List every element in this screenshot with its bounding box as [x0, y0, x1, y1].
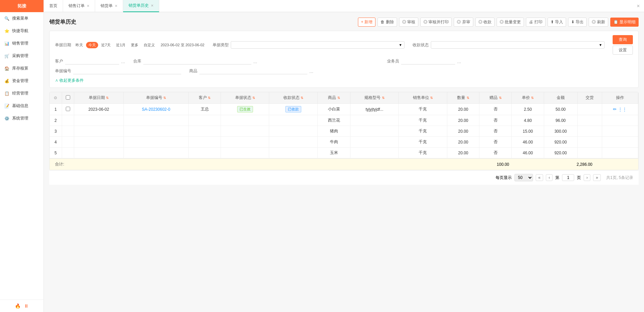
col-date[interactable]: 单据日期 ⇅	[74, 92, 123, 104]
pause-icon[interactable]: ⏸	[24, 303, 29, 309]
tab-home[interactable]: 首页	[44, 0, 63, 12]
col-amount-label: 金额	[557, 95, 565, 100]
row-1-checkbox[interactable]	[66, 107, 70, 111]
col-spec[interactable]: 规格型号 ⇅	[350, 92, 398, 104]
sidebar-item-quick-nav[interactable]: ⭐ 快捷导航	[0, 25, 44, 37]
row-1-order-link[interactable]: SA-20230602-0	[142, 107, 170, 112]
sidebar-item-operations[interactable]: 📋 经营管理	[0, 87, 44, 100]
filter-row-1: 单据日期 昨天 今天 近7天 近1月 更多 自定义 2023-06-02 至 2…	[55, 35, 633, 55]
staff-dots[interactable]: ...	[457, 59, 461, 64]
table-scroll[interactable]: ⚙ 单据日期 ⇅ 单据编号 ⇅	[50, 92, 638, 158]
col-payment-status[interactable]: 收款状态 ⇅	[269, 92, 317, 104]
sidebar-item-sys-mgmt[interactable]: ⚙️ 系统管理	[0, 112, 44, 125]
sidebar-item-label: 采购管理	[12, 53, 28, 59]
query-button[interactable]: 查询	[613, 35, 633, 44]
tab-sales-order[interactable]: 销售订单 ✕	[63, 0, 95, 12]
staff-input[interactable]	[401, 58, 455, 64]
order-no-input[interactable]	[73, 68, 181, 74]
col-gift[interactable]: 赠品 ⇅	[479, 92, 512, 104]
batch-change-button[interactable]: ◎ 批量变更	[497, 18, 524, 27]
col-trade-label: 交货	[586, 95, 594, 100]
audit-print-button[interactable]: ◎ 审核并打印	[420, 18, 452, 27]
tab-sales-history[interactable]: 销货单历史 ✕	[123, 0, 159, 12]
warehouse-dots[interactable]: ...	[253, 59, 257, 64]
sidebar-item-search-menu[interactable]: 🔍 搜索菜单	[0, 12, 44, 25]
delete-button[interactable]: 🗑 删除	[377, 18, 397, 27]
filter-staff: 业务员 ...	[387, 58, 633, 64]
type-select[interactable]: ▾	[231, 41, 404, 49]
row-checkbox-2[interactable]	[62, 115, 74, 126]
payment-label: 收款状态	[413, 42, 429, 48]
next-page-btn[interactable]: ›	[584, 174, 590, 181]
select-all-checkbox[interactable]	[66, 95, 70, 100]
last-page-btn[interactable]: »	[593, 174, 601, 181]
page-number-input[interactable]	[562, 174, 574, 181]
sidebar-item-sales[interactable]: 📊 销售管理	[0, 37, 44, 50]
row-amount-1: 50.00	[544, 104, 578, 115]
sales-icon: 📊	[4, 41, 9, 46]
date-yesterday[interactable]: 昨天	[73, 42, 85, 48]
tab-sales-order-close[interactable]: ✕	[87, 4, 89, 8]
new-button[interactable]: + 新增	[358, 18, 375, 27]
goods-input[interactable]	[199, 68, 307, 74]
payment-select[interactable]: ▾	[431, 41, 605, 49]
refresh-button[interactable]: ◎ 刷新	[589, 18, 608, 27]
row-checkbox-5[interactable]	[62, 148, 74, 158]
col-settings[interactable]: ⚙	[50, 92, 62, 104]
date-custom[interactable]: 自定义	[141, 42, 157, 48]
prev-page-btn[interactable]: ‹	[546, 174, 553, 181]
col-qty[interactable]: 数量 ⇅	[447, 92, 479, 104]
first-page-btn[interactable]: «	[536, 174, 543, 181]
sidebar-item-base-info[interactable]: 📝 基础信息	[0, 100, 44, 112]
warehouse-input[interactable]	[143, 58, 251, 64]
row-customer-4	[189, 137, 221, 148]
col-customer[interactable]: 客户 ⇅	[189, 92, 221, 104]
col-goods[interactable]: 商品 ⇅	[317, 92, 350, 104]
row-qty-3: 20.00	[447, 126, 479, 137]
goods-dots[interactable]: ...	[309, 69, 313, 74]
date-today[interactable]: 今天	[86, 42, 98, 48]
more-btn-1[interactable]: ⋮⋮	[618, 107, 627, 112]
customer-input[interactable]	[65, 58, 119, 64]
col-unit[interactable]: 销售单位 ⇅	[399, 92, 447, 104]
total-info: 共1页, 5条记录	[606, 175, 633, 181]
set-button[interactable]: 设置	[613, 46, 633, 55]
audit-button[interactable]: ◎ 审核	[399, 18, 418, 27]
date-1month[interactable]: 近1月	[114, 42, 128, 48]
col-price[interactable]: 单价 ⇅	[512, 92, 544, 104]
collect-button[interactable]: ◎ 收款	[475, 18, 495, 27]
table-settings-icon[interactable]: ⚙	[54, 96, 57, 100]
sort-order-status-icon: ⇅	[252, 96, 255, 100]
row-unit-5: 千克	[399, 148, 447, 158]
row-goods-3: 猪肉	[317, 126, 350, 137]
row-goods-5: 玉米	[317, 148, 350, 158]
col-order-no[interactable]: 单据编号 ⇅	[123, 92, 188, 104]
tab-sales-delivery-close[interactable]: ✕	[115, 4, 117, 8]
show-detail-button[interactable]: 📋 显示明细	[610, 18, 639, 27]
export-button[interactable]: ⬇ 导出	[568, 18, 587, 27]
import-button[interactable]: ⬆ 导入	[548, 18, 566, 27]
row-checkbox-1[interactable]	[62, 104, 74, 115]
sidebar-item-finance[interactable]: 💰 资金管理	[0, 75, 44, 87]
date-more[interactable]: 更多	[129, 42, 141, 48]
sidebar-item-purchase[interactable]: 🛒 采购管理	[0, 50, 44, 62]
more-conditions-btn[interactable]: ∧ 收起更多条件	[55, 78, 633, 83]
col-gift-label: 赠品	[489, 95, 498, 100]
sidebar-item-inventory[interactable]: 🏠 库存核算	[0, 62, 44, 75]
customer-dots[interactable]: ...	[121, 59, 125, 64]
sort-price-icon: ⇅	[531, 96, 534, 100]
edit-btn-1[interactable]: ✏	[613, 107, 617, 112]
row-checkbox-3[interactable]	[62, 126, 74, 137]
window-close-btn[interactable]: ✕	[633, 4, 644, 8]
tab-sales-delivery[interactable]: 销货单 ✕	[95, 0, 123, 12]
tab-sales-delivery-label: 销货单	[101, 3, 113, 9]
row-checkbox-4[interactable]	[62, 137, 74, 148]
tab-sales-history-close[interactable]: ✕	[151, 4, 153, 7]
page-size-select[interactable]: 50 100 200	[514, 174, 533, 181]
date-7days[interactable]: 近7天	[99, 42, 113, 48]
customer-label: 客户	[55, 58, 63, 64]
col-order-status[interactable]: 单据状态 ⇅	[221, 92, 269, 104]
fire-icon[interactable]: 🔥	[15, 303, 21, 309]
abandon-button[interactable]: ◎ 弃审	[454, 18, 473, 27]
print-button[interactable]: 🖨 打印	[526, 18, 545, 27]
